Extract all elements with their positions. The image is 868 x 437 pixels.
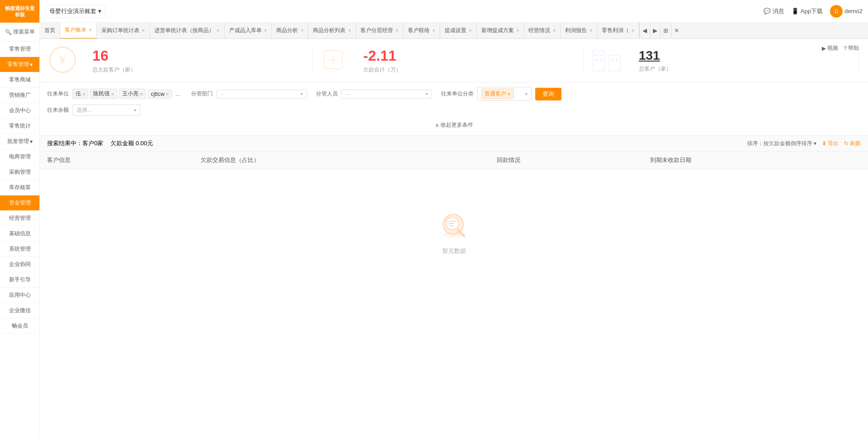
remaining-select[interactable]: 选择... ▾ (72, 104, 140, 116)
messages-button[interactable]: 💬 消息 (763, 7, 784, 15)
data-table-container: 客户信息 欠款交易信息（占比） 回款情况 到期未收款日期 (40, 152, 868, 437)
play-icon: ▶ (822, 45, 826, 52)
tab-close-profit-report[interactable]: × (590, 28, 592, 33)
sidebar-item-new-guide[interactable]: 新手引导 (0, 272, 39, 288)
tab-purchase-order-stats[interactable]: 采购订单统计表 × (97, 23, 150, 39)
sidebar-item-purchase[interactable]: 采购管理 (0, 165, 39, 180)
tab-expand[interactable]: ⊞ (660, 23, 671, 39)
tab-scroll-right[interactable]: ▶ (650, 23, 660, 39)
sidebar-item-enterprise-collab[interactable]: 企业协同 (0, 257, 39, 272)
stat-total-amount-value: -2.11 (363, 47, 396, 64)
empty-state-text: 暂元数据 (442, 247, 466, 255)
export-button[interactable]: ⬇ 导出 (822, 140, 839, 147)
chevron-icon2: ▾ (30, 138, 33, 145)
tab-close-customer-tier[interactable]: × (396, 28, 398, 33)
svg-rect-12 (616, 59, 618, 61)
topbar-left: 母婴行业演示账套 ▾ (45, 5, 106, 18)
table-header-row: 客户信息 欠款交易信息（占比） 回款情况 到期未收款日期 (40, 152, 868, 169)
tab-goods-analysis[interactable]: 商品分析 × (272, 23, 308, 39)
tab-goods-analysis-list[interactable]: 商品分析列表 × (308, 23, 356, 39)
stat-total-customers-value: 16 (92, 47, 109, 64)
help-button[interactable]: ? 帮助 (844, 44, 859, 52)
sidebar-item-inventory[interactable]: 库存核算 (0, 180, 39, 195)
tab-incoming-stats[interactable]: 进货单统计表（按商品） × (150, 23, 225, 39)
tab-close-operations[interactable]: × (553, 28, 556, 33)
tab-close-goods-analysis[interactable]: × (301, 28, 303, 33)
sidebar-item-app-center[interactable]: 应用中心 (0, 288, 39, 303)
filter-tag-chen-close[interactable]: × (111, 91, 114, 97)
svg-rect-18 (449, 223, 454, 224)
filter-tag-wu: 伍 × (72, 89, 88, 99)
tab-close-purchase-order-stats[interactable]: × (142, 28, 145, 33)
data-table: 客户信息 欠款交易信息（占比） 回款情况 到期未收款日期 (40, 152, 868, 169)
branch-dept-select[interactable]: ··· ▾ (216, 90, 307, 99)
video-help-button[interactable]: ▶ 视频 (822, 44, 838, 52)
account-switcher[interactable]: 母婴行业演示账套 ▾ (45, 5, 106, 18)
tab-customer-connect[interactable]: 客户联络 × (403, 23, 440, 39)
search-result-text: 搜索结果中：客户0家 欠款金额 0.00元 (47, 139, 153, 147)
sidebar-item-operations[interactable]: 经营管理 (0, 211, 39, 226)
sidebar-item-basic-info[interactable]: 基础信息 (0, 226, 39, 242)
filter-tag-cjttcw-close[interactable]: × (166, 91, 168, 97)
tab-new-improve-plan[interactable]: 新增提成方案 × (477, 23, 524, 39)
customer-type-tag-close[interactable]: × (508, 91, 511, 97)
app-download-button[interactable]: 📱 App下载 (791, 7, 823, 15)
sidebar-item-member-center[interactable]: 会员中心 (0, 103, 39, 119)
filter-row-2: 往来余额 选择... ▾ (47, 104, 861, 116)
sidebar-item-retail-mall[interactable]: 零售商城 (0, 72, 39, 88)
stat-all-customers-value: 131 (639, 48, 660, 63)
tab-close-retail-profit[interactable]: × (632, 28, 634, 33)
sidebar-item-finance[interactable]: 资金管理 (0, 195, 39, 211)
export-icon: ⬇ (822, 140, 826, 147)
tab-close-improve-settings[interactable]: × (469, 28, 472, 33)
col-debt-info: 欠款交易信息（占比） (193, 152, 489, 169)
stats-icon-building (591, 46, 623, 75)
tab-close-all[interactable]: ✕ (671, 23, 682, 39)
tab-retail-profit[interactable]: 零售利润（ × (597, 23, 639, 39)
refresh-icon: ↻ (844, 140, 849, 147)
sidebar-item-retail-mgmt[interactable]: 零售管理 ▾ (0, 57, 39, 72)
sidebar-item-quick-nav[interactable]: 零售管理 (0, 42, 39, 57)
stat-total-amount-label: 欠款合计（万） (363, 66, 401, 74)
tab-close-incoming-stats[interactable]: × (217, 28, 220, 33)
tab-operations[interactable]: 经营情况 × (524, 23, 561, 39)
tab-improve-settings[interactable]: 提成设置 × (440, 23, 477, 39)
refresh-button[interactable]: ↻ 刷新 (844, 140, 861, 147)
collapse-button[interactable]: ∧ 收起更多条件 (432, 119, 477, 131)
customer-type-tag: 普通客户 × (481, 89, 514, 99)
branch-person-select[interactable]: ··· ▾ (341, 90, 432, 99)
sidebar-item-marketing[interactable]: 营销推广 (0, 88, 39, 103)
filter-tag-wu-close[interactable]: × (82, 91, 85, 97)
sidebar-item-vip[interactable]: 畅会员 (0, 318, 39, 334)
sidebar-item-wholesale[interactable]: 批发管理 ▾ (0, 134, 39, 149)
sidebar: 畅捷通好生意 标版 🔍 搜索菜单 零售管理 零售管理 ▾ 零售商城 营销推广 会… (0, 0, 40, 437)
sidebar-item-enterprise-wechat[interactable]: 企业微信 (0, 303, 39, 318)
svg-rect-7 (595, 54, 598, 57)
main-content: 母婴行业演示账套 ▾ 💬 消息 📱 App下载 D demo2 首页 (40, 0, 868, 437)
sort-button[interactable]: 排序：按欠款金额倒序排序 ▾ (747, 140, 816, 147)
tab-close-new-improve-plan[interactable]: × (517, 28, 519, 33)
tab-close-goods-analysis-list[interactable]: × (348, 28, 351, 33)
tab-accounts-receivable[interactable]: 客户账本 × (60, 23, 97, 39)
query-button[interactable]: 查询 (535, 88, 561, 100)
user-profile[interactable]: D demo2 (830, 5, 863, 18)
sidebar-item-ecommerce[interactable]: 电商管理 (0, 149, 39, 165)
sidebar-item-retail-stats[interactable]: 零售统计 (0, 119, 39, 134)
tab-profit-report[interactable]: 利润报告 × (561, 23, 597, 39)
tab-production-inbound[interactable]: 产成品入库单 × (225, 23, 272, 39)
unit-type-select[interactable]: 普通客户 × ▾ (477, 87, 532, 101)
chevron-icon: ▾ (30, 62, 33, 68)
remaining-dropdown-icon: ▾ (134, 108, 136, 113)
tab-home[interactable]: 首页 (40, 23, 60, 39)
unit-type-label: 往来单位分类 (441, 90, 474, 98)
sidebar-item-sys-mgmt[interactable]: 系统管理 (0, 242, 39, 257)
filter-tag-wang-close[interactable]: × (140, 91, 143, 97)
filter-more-tags[interactable]: ... (174, 90, 182, 98)
stat-total-customers-label: 总欠款客户（家） (92, 66, 136, 74)
tab-close-accounts-receivable[interactable]: × (89, 28, 92, 33)
tab-close-production-inbound[interactable]: × (264, 28, 267, 33)
tab-close-customer-connect[interactable]: × (432, 28, 435, 33)
search-menu-button[interactable]: 🔍 搜索菜单 (3, 26, 37, 38)
tab-scroll-left[interactable]: ◀ (639, 23, 650, 39)
tab-customer-tier[interactable]: 客户分层经营 × (356, 23, 403, 39)
